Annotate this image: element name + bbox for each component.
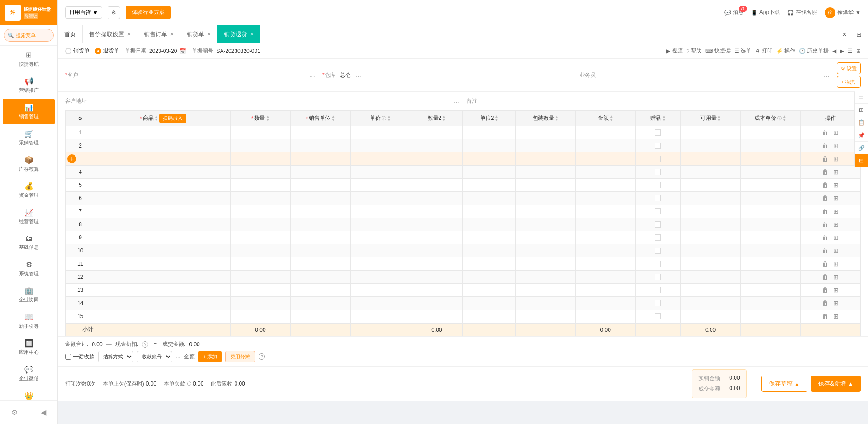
right-icon-link[interactable]: 🔗 (855, 142, 868, 154)
unit2-cell[interactable] (463, 297, 515, 310)
row-copy-btn[interactable]: ⊞ (831, 154, 840, 163)
amount-cell[interactable] (576, 231, 636, 244)
product-cell[interactable] (95, 192, 231, 205)
list-view-btn[interactable]: ☰ (848, 48, 853, 54)
avail-cell[interactable] (680, 139, 741, 152)
sidebar-collapse-btn[interactable]: ◀ (37, 405, 50, 420)
row-delete-btn[interactable]: 🗑 (821, 194, 830, 203)
cost-cell[interactable] (741, 152, 801, 166)
qty2-cell[interactable] (410, 284, 463, 297)
cost-cell[interactable] (741, 179, 801, 192)
avail-cell[interactable] (680, 192, 741, 205)
pack-cell[interactable] (515, 231, 576, 244)
row-copy-btn[interactable]: ⊞ (831, 233, 840, 242)
row-copy-btn[interactable]: ⊞ (831, 220, 840, 229)
right-icon-active[interactable]: ⊟ (855, 154, 868, 167)
row-delete-btn[interactable]: 🗑 (821, 233, 830, 242)
salesperson-select-btn[interactable]: ... (824, 71, 830, 79)
qty2-cell[interactable] (410, 271, 463, 284)
amount-cell[interactable] (576, 284, 636, 297)
gift-checkbox[interactable] (655, 169, 661, 175)
pack-cell[interactable] (515, 271, 576, 284)
row-delete-btn[interactable]: 🗑 (821, 207, 830, 216)
price-cell[interactable] (350, 257, 410, 271)
row-copy-btn[interactable]: ⊞ (831, 181, 840, 190)
qty2-cell[interactable] (410, 166, 463, 179)
qty-cell[interactable] (231, 271, 291, 284)
price-cell[interactable] (350, 126, 410, 139)
calendar-icon[interactable]: 📅 (179, 48, 186, 54)
qty-cell[interactable] (231, 231, 291, 244)
tab-delivery-close-icon[interactable]: ✕ (207, 32, 211, 37)
tab-home[interactable]: 首页 (58, 25, 83, 43)
avail-cell[interactable] (680, 152, 741, 166)
unit2-cell[interactable] (463, 139, 515, 152)
sidebar-item-shortcut-nav[interactable]: ⊞ 快捷导航 (3, 46, 55, 72)
cost-cell[interactable] (741, 257, 801, 271)
unit-cell[interactable] (290, 231, 350, 244)
sidebar-item-finance[interactable]: 💰 资金管理 (3, 177, 55, 203)
unit2-cell[interactable] (463, 271, 515, 284)
product-input[interactable] (97, 156, 228, 162)
unit-cell[interactable] (290, 310, 350, 323)
price-cell[interactable] (350, 192, 410, 205)
tab-return[interactable]: 销货退货 ✕ (217, 25, 260, 43)
pack-cell[interactable] (515, 126, 576, 139)
row-copy-btn[interactable]: ⊞ (831, 207, 840, 216)
unit2-cell[interactable] (463, 166, 515, 179)
gift-checkbox[interactable] (655, 156, 661, 162)
product-cell[interactable] (95, 310, 231, 323)
video-action-btn[interactable]: ▶ 视频 (666, 47, 683, 55)
onepay-checkbox[interactable]: 一键收款 (65, 353, 94, 361)
gift-checkbox[interactable] (655, 195, 661, 201)
qty-cell[interactable] (231, 257, 291, 271)
qty-cell[interactable] (231, 192, 291, 205)
unit2-cell[interactable] (463, 126, 515, 139)
avail-cell[interactable] (680, 179, 741, 192)
cost-tip-icon[interactable]: ⓘ (777, 115, 782, 122)
qty2-cell[interactable] (410, 257, 463, 271)
qty-cell[interactable] (231, 284, 291, 297)
gift-cell[interactable] (636, 205, 681, 218)
right-icon-table[interactable]: ☰ (855, 91, 868, 104)
price-cell[interactable] (350, 271, 410, 284)
radio-sale[interactable]: 销货单 (65, 47, 90, 55)
qty-cell[interactable] (231, 179, 291, 192)
amount-cell[interactable] (576, 310, 636, 323)
qty2-cell[interactable] (410, 205, 463, 218)
pack-cell[interactable] (515, 284, 576, 297)
gift-cell[interactable] (636, 218, 681, 231)
cost-cell[interactable] (741, 126, 801, 139)
price-cell[interactable] (350, 231, 410, 244)
qty2-cell[interactable] (410, 310, 463, 323)
avail-cell[interactable] (680, 126, 741, 139)
price-cell[interactable] (350, 152, 410, 166)
operate-action-btn[interactable]: ⚡ 操作 (776, 47, 795, 55)
qty-cell[interactable] (231, 218, 291, 231)
scan-btn[interactable]: 扫码录入 (159, 114, 186, 123)
cost-cell[interactable] (741, 297, 801, 310)
product-cell[interactable] (95, 231, 231, 244)
gift-checkbox[interactable] (655, 182, 661, 188)
row-delete-btn[interactable]: 🗑 (821, 286, 830, 295)
amount-cell[interactable] (576, 271, 636, 284)
customer-input[interactable] (81, 69, 307, 81)
amount-cell[interactable] (576, 257, 636, 271)
gift-cell[interactable] (636, 297, 681, 310)
add-row-btn[interactable]: + (67, 154, 76, 163)
avail-cell[interactable] (680, 166, 741, 179)
qty-cell[interactable] (231, 126, 291, 139)
qty-cell[interactable] (231, 244, 291, 257)
sidebar-item-sales[interactable]: 📊 销售管理 (3, 99, 55, 124)
gift-cell[interactable] (636, 244, 681, 257)
pack-cell[interactable] (515, 192, 576, 205)
pack-cell[interactable] (515, 297, 576, 310)
price-cell[interactable] (350, 179, 410, 192)
avail-cell[interactable] (680, 310, 741, 323)
gift-cell[interactable] (636, 284, 681, 297)
qty-cell[interactable] (231, 152, 291, 166)
unit-cell[interactable] (290, 192, 350, 205)
qty2-cell[interactable] (410, 139, 463, 152)
sidebar-item-purchase[interactable]: 🛒 采购管理 (3, 125, 55, 151)
gift-checkbox[interactable] (655, 234, 661, 241)
